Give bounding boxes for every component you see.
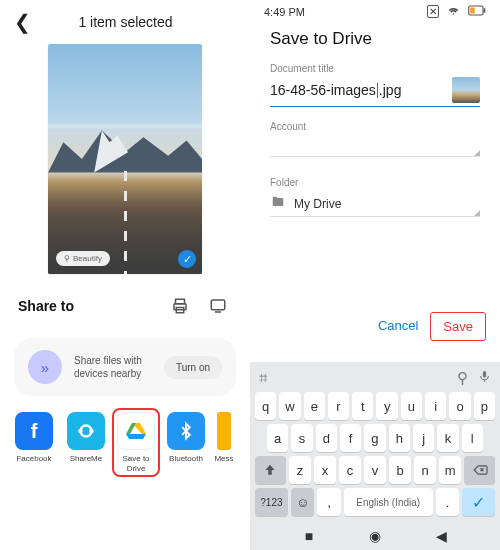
key-c[interactable]: c — [339, 456, 361, 484]
keyboard: ⌗ ⚲ qwertyuiop asdfghjkl zxcvbnm ?123 ☺ … — [250, 362, 500, 550]
svg-point-8 — [89, 429, 94, 434]
print-icon[interactable] — [166, 292, 194, 320]
folder-icon — [270, 195, 286, 212]
key-z[interactable]: z — [289, 456, 311, 484]
key-y[interactable]: y — [376, 392, 397, 420]
svg-point-7 — [78, 429, 83, 434]
app-bluetooth[interactable]: Bluetooth — [162, 412, 210, 473]
svg-rect-15 — [483, 371, 486, 378]
key-h[interactable]: h — [389, 424, 410, 452]
share-to-label: Share to — [18, 298, 156, 314]
dialog-title: Save to Drive — [250, 19, 500, 63]
key-e[interactable]: e — [304, 392, 325, 420]
app-save-to-drive[interactable]: Save to Drive — [112, 408, 160, 477]
key-shift[interactable] — [255, 456, 286, 484]
vibrate-icon: ✕ — [427, 5, 439, 18]
kbd-mic-icon[interactable] — [478, 369, 491, 387]
key-s[interactable]: s — [291, 424, 312, 452]
key-enter[interactable]: ✓ — [462, 488, 495, 516]
selected-check-icon: ✓ — [178, 250, 196, 268]
folder-select[interactable]: My Drive — [270, 191, 480, 217]
key-r[interactable]: r — [328, 392, 349, 420]
nearby-text: Share files with devices nearby — [74, 354, 152, 380]
key-a[interactable]: a — [267, 424, 288, 452]
key-v[interactable]: v — [364, 456, 386, 484]
key-t[interactable]: t — [352, 392, 373, 420]
key-k[interactable]: k — [437, 424, 458, 452]
nav-home[interactable]: ◉ — [367, 528, 383, 544]
share-apps-row: f Facebook ShareMe Save to Drive Bluetoo… — [0, 396, 250, 473]
turn-on-button[interactable]: Turn on — [164, 356, 222, 379]
app-facebook[interactable]: f Facebook — [10, 412, 58, 473]
key-l[interactable]: l — [462, 424, 483, 452]
save-button[interactable]: Save — [430, 312, 486, 341]
key-q[interactable]: q — [255, 392, 276, 420]
svg-rect-14 — [470, 8, 475, 14]
key-g[interactable]: g — [364, 424, 385, 452]
svg-rect-5 — [211, 300, 225, 310]
doc-title-input[interactable]: 16-48-56-images.jpg — [270, 82, 452, 99]
nearby-icon: » — [28, 350, 62, 384]
status-time: 4:49 PM — [264, 6, 305, 18]
svg-marker-11 — [126, 434, 146, 439]
key-w[interactable]: w — [279, 392, 300, 420]
app-shareme[interactable]: ShareMe — [62, 412, 110, 473]
key-j[interactable]: j — [413, 424, 434, 452]
key-backspace[interactable] — [464, 456, 495, 484]
folder-name: My Drive — [294, 197, 341, 211]
key-b[interactable]: b — [389, 456, 411, 484]
selected-photo[interactable]: ⚲ Beautify ✓ — [48, 44, 202, 274]
beautify-chip[interactable]: ⚲ Beautify — [56, 251, 110, 266]
account-label: Account — [270, 121, 480, 132]
nav-recent[interactable]: ■ — [301, 528, 317, 544]
key-period[interactable]: . — [436, 488, 459, 516]
key-i[interactable]: i — [425, 392, 446, 420]
nav-back[interactable]: ◀ — [433, 528, 449, 544]
key-x[interactable]: x — [314, 456, 336, 484]
status-bar: 4:49 PM ✕ — [250, 0, 500, 19]
key-o[interactable]: o — [449, 392, 470, 420]
doc-title-label: Document title — [270, 63, 480, 74]
nearby-share-row: » Share files with devices nearby Turn o… — [14, 338, 236, 396]
kbd-search-icon[interactable]: ⚲ — [457, 369, 468, 387]
search-icon: ⚲ — [64, 254, 70, 263]
folder-label: Folder — [270, 177, 480, 188]
key-numeric[interactable]: ?123 — [255, 488, 288, 516]
key-u[interactable]: u — [401, 392, 422, 420]
page-title: 1 item selected — [15, 14, 236, 30]
svg-rect-13 — [484, 8, 486, 13]
key-comma[interactable]: , — [317, 488, 340, 516]
app-more[interactable]: Mess — [214, 412, 234, 473]
svg-marker-10 — [126, 423, 136, 434]
doc-thumbnail — [452, 77, 480, 103]
key-d[interactable]: d — [316, 424, 337, 452]
key-n[interactable]: n — [414, 456, 436, 484]
cancel-button[interactable]: Cancel — [366, 312, 430, 341]
key-emoji[interactable]: ☺ — [291, 488, 314, 516]
beautify-label: Beautify — [73, 254, 102, 263]
account-select[interactable] — [270, 135, 480, 157]
wifi-icon — [443, 4, 460, 19]
key-m[interactable]: m — [439, 456, 461, 484]
key-p[interactable]: p — [474, 392, 495, 420]
cast-icon[interactable] — [204, 292, 232, 320]
kbd-grid-icon[interactable]: ⌗ — [259, 369, 267, 387]
key-f[interactable]: f — [340, 424, 361, 452]
battery-icon — [464, 5, 486, 18]
key-space[interactable]: English (India) — [344, 488, 433, 516]
